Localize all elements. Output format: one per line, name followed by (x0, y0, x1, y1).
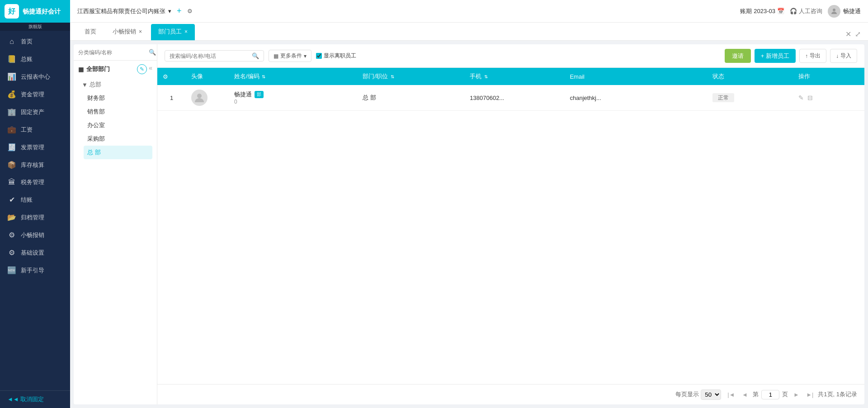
col-phone[interactable]: 手机 ⇅ (464, 68, 564, 85)
dept-collapse-button[interactable]: « (149, 64, 152, 74)
col-status: 状态 (707, 68, 793, 85)
sidebar-item-label: 云报表中心 (21, 73, 50, 81)
content-area: 🔍 ▦ 全部部门 ✎ « ▼ 总部 财务部 销售部 (74, 44, 864, 404)
first-page-button[interactable]: |◄ (726, 389, 736, 400)
settings-icon: ⚙ (7, 248, 16, 257)
sidebar-item-inventory[interactable]: 📦 库存核算 (0, 156, 70, 174)
company-selector[interactable]: 江西服宝精品有限责任公司内账张 ▾ (77, 7, 171, 15)
ledger-icon: 📒 (7, 55, 16, 63)
dept-edit-button[interactable]: ✎ (137, 64, 147, 74)
sidebar-item-invoice[interactable]: 🧾 发票管理 (0, 138, 70, 156)
period-value: 2023-03 (754, 8, 775, 14)
invoice-icon: 🧾 (7, 143, 16, 152)
add-company-button[interactable]: + (177, 6, 182, 16)
emp-search-input[interactable] (170, 53, 249, 59)
last-page-button[interactable]: ►| (804, 389, 815, 400)
sidebar-item-label: 固定资产 (21, 108, 44, 116)
filter-button[interactable]: ▦ 更多条件 ▾ (269, 50, 311, 62)
sidebar-item-guide[interactable]: 🆕 新手引导 (0, 261, 70, 279)
settings-gear-icon[interactable]: ⚙ (187, 8, 193, 14)
app-logo: 好 畅捷通好会计 (0, 0, 70, 23)
sidebar-item-label: 结账 (21, 196, 33, 204)
chevron-down-icon: ▾ (304, 53, 307, 59)
invite-button[interactable]: 邀请 (725, 49, 751, 63)
row-avatar (186, 85, 229, 111)
table-row: 1 畅捷通 部 0 (157, 85, 864, 111)
emp-table: ⚙ 头像 姓名/编码 ⇅ 部门/职位 ⇅ 手机 (157, 68, 864, 384)
username: 畅捷通 (843, 7, 861, 15)
sidebar-item-assets-mgr[interactable]: 💰 资金管理 (0, 85, 70, 103)
window-expand-icon[interactable]: ⤢ (855, 30, 861, 38)
export-icon: ↑ (805, 53, 808, 59)
dept-item-purchase[interactable]: 采购部 (84, 132, 152, 146)
dept-item-headquarters[interactable]: 总 部 (84, 146, 152, 159)
page-size-selector: 每页显示 50 (675, 389, 721, 400)
assets-icon: 💰 (7, 90, 16, 99)
prev-page-button[interactable]: ◄ (739, 389, 750, 400)
sidebar-item-ledger[interactable]: 📒 总账 (0, 50, 70, 68)
dept-item-sales[interactable]: 销售部 (84, 105, 152, 119)
fixed-assets-icon: 🏢 (7, 108, 16, 116)
row-status: 正常 (707, 85, 793, 111)
unpin-button[interactable]: ◄◄ 取消固定 (0, 390, 70, 408)
add-emp-button[interactable]: + 新增员工 (755, 49, 796, 63)
emp-search-icon[interactable]: 🔍 (252, 52, 259, 59)
dept-tree-children: 财务部 销售部 办公室 采购部 总 部 (84, 91, 152, 159)
pagination: |◄ ◄ 第 页 ► ►| 共1页, 1条记录 (726, 389, 857, 400)
dept-item-finance[interactable]: 财务部 (84, 91, 152, 105)
dept-search-input[interactable] (78, 49, 146, 56)
tab-expense-close[interactable]: × (139, 28, 142, 35)
calendar-icon[interactable]: 📅 (777, 8, 784, 14)
sidebar-item-reports[interactable]: 📊 云报表中心 (0, 68, 70, 85)
dept-search-bar: 🔍 (74, 44, 157, 61)
sidebar-item-settlement[interactable]: ✔ 结账 (0, 191, 70, 209)
page-unit: 页 (782, 390, 788, 399)
headset-icon: 🎧 (790, 8, 797, 14)
archive-icon: 📂 (7, 213, 16, 222)
logo-text: 畅捷通好会计 (23, 8, 61, 15)
sidebar-item-label: 小畅报销 (21, 231, 44, 239)
sidebar-item-home[interactable]: ⌂ 首页 (0, 33, 70, 50)
import-button[interactable]: ↓ 导入 (830, 49, 857, 63)
export-button[interactable]: ↑ 导出 (799, 49, 826, 63)
svg-point-1 (197, 94, 202, 98)
dept-item-office[interactable]: 办公室 (84, 119, 152, 132)
col-settings[interactable]: ⚙ (157, 68, 186, 85)
delete-action-icon[interactable]: ⊟ (807, 94, 813, 101)
show-resigned-input[interactable] (316, 53, 322, 59)
tab-home[interactable]: 首页 (77, 24, 104, 40)
sidebar-item-settings[interactable]: ⚙ 基础设置 (0, 244, 70, 261)
payroll-icon: 💼 (7, 125, 16, 134)
support-button[interactable]: 🎧 人工咨询 (790, 7, 822, 15)
sidebar-nav: ⌂ 首页 📒 总账 📊 云报表中心 💰 资金管理 🏢 固定资产 💼 工资 🧾 发… (0, 31, 70, 390)
per-page-select[interactable]: 50 (701, 389, 721, 400)
guide-icon: 🆕 (7, 266, 16, 275)
sidebar-item-tax[interactable]: 🏛 税务管理 (0, 174, 70, 191)
chevron-down-icon: ▾ (168, 8, 171, 14)
edit-action-icon[interactable]: ✎ (798, 94, 804, 101)
emp-panel: 🔍 ▦ 更多条件 ▾ 显示离职员工 邀请 + 新增员工 ↑ 导出 (157, 44, 864, 404)
emp-dept-badge: 部 (255, 91, 264, 98)
emp-name-row: 畅捷通 部 (234, 90, 352, 99)
page-input[interactable] (761, 390, 779, 399)
window-close-icon[interactable]: ✕ (845, 30, 851, 38)
tab-expense[interactable]: 小畅报销 × (105, 24, 149, 40)
reports-icon: 📊 (7, 72, 16, 81)
tab-dept-emp-close[interactable]: × (184, 28, 188, 35)
sidebar-item-fixed-assets[interactable]: 🏢 固定资产 (0, 103, 70, 121)
sidebar-item-payroll[interactable]: 💼 工资 (0, 121, 70, 138)
tab-home-label: 首页 (85, 28, 96, 36)
sidebar-item-expense[interactable]: ⚙ 小畅报销 (0, 226, 70, 244)
sidebar-item-archive[interactable]: 📂 归档管理 (0, 209, 70, 226)
next-page-button[interactable]: ► (791, 389, 802, 400)
show-resigned-checkbox[interactable]: 显示离职员工 (316, 52, 356, 60)
col-dept[interactable]: 部门/职位 ⇅ (357, 68, 464, 85)
topbar: 江西服宝精品有限责任公司内账张 ▾ + ⚙ 账期 2023-03 📅 🎧 人工咨… (70, 0, 868, 23)
tab-dept-emp[interactable]: 部门员工 × (151, 24, 195, 40)
user-menu[interactable]: 畅捷通 (828, 5, 861, 18)
col-name[interactable]: 姓名/编码 ⇅ (229, 68, 357, 85)
sidebar-item-label: 基础设置 (21, 249, 44, 257)
dept-search-icon[interactable]: 🔍 (149, 49, 156, 56)
tax-icon: 🏛 (7, 178, 16, 186)
tabbar: 首页 小畅报销 × 部门员工 × ✕ ⤢ (70, 23, 868, 41)
